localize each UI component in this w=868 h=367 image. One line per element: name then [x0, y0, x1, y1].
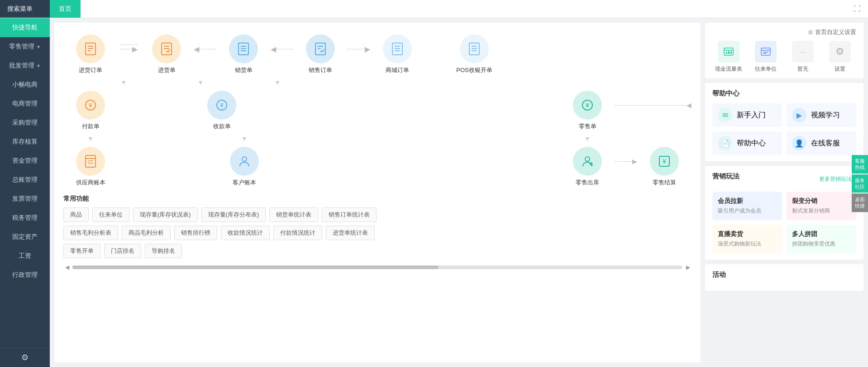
- float-btn-desktop[interactable]: 桌面快捷: [852, 193, 868, 212]
- func-btn-purchase-stats[interactable]: 进货单统计表: [326, 226, 375, 240]
- down-arr-ret: ▼: [560, 135, 615, 142]
- flow-node-mall-order[interactable]: 商城订单: [370, 34, 424, 74]
- func-btn-sales-profit[interactable]: 销售毛利分析表: [63, 226, 118, 240]
- marketing-item-member[interactable]: 会员拉新 吸引用户成为会员: [712, 192, 782, 220]
- retail-out-label: 零售出库: [576, 179, 599, 187]
- help-label: 帮助中心: [737, 139, 766, 148]
- scroll-left-arrow[interactable]: ◀: [63, 264, 71, 271]
- flow-node-payment[interactable]: ¥ 付款单: [63, 91, 118, 130]
- scroll-right-arrow[interactable]: ▶: [684, 264, 692, 271]
- marketing-item-live[interactable]: 直播卖货 场景式购物新玩法: [712, 225, 782, 253]
- shortcut-cashflow[interactable]: 现金流量表: [712, 41, 745, 73]
- service-icon: 👤: [792, 136, 806, 150]
- marketing-item-group[interactable]: 多人拼团 拼团购物享受优惠: [787, 225, 856, 253]
- search-menu-btn[interactable]: 搜索菜单: [0, 0, 50, 18]
- sidebar-item-retail[interactable]: 零售管理 ▼: [0, 37, 50, 56]
- func-btn-stock-status[interactable]: 现存量(库存状况表): [133, 208, 198, 222]
- sidebar-item-invoice[interactable]: 发票管理: [0, 189, 50, 208]
- activity-card: 活动: [705, 264, 863, 291]
- sidebar-item-admin[interactable]: 行政管理: [0, 266, 50, 285]
- sidebar-item-inventory[interactable]: 库存核算: [0, 132, 50, 151]
- purchase-icon: [152, 34, 181, 63]
- sidebar-item-ecom[interactable]: 电商管理: [0, 94, 50, 113]
- settings-shortcut-label: 设置: [835, 65, 845, 73]
- help-title: 帮助中心: [712, 89, 856, 98]
- sales-order-label: 销售订单: [309, 66, 332, 74]
- sidebar-item-xiaochangecom[interactable]: 小畅电商: [0, 75, 50, 94]
- float-btn-service[interactable]: 客服热线: [852, 155, 868, 174]
- flow-node-sales-order[interactable]: 销售订单: [293, 34, 348, 74]
- quick-nav-card: 进货订单 ▶: [54, 23, 701, 362]
- svg-rect-42: [728, 51, 730, 54]
- flow-node-pos[interactable]: POS收银开单: [447, 34, 501, 74]
- help-card: 帮助中心 ✉ 新手入门 ▶ 视频学习 📄 帮助中心 👤: [705, 83, 863, 161]
- func-btn-store-rank[interactable]: 门店排名: [104, 244, 141, 258]
- sidebar-item-wholesale[interactable]: 批发管理 ▼: [0, 56, 50, 75]
- flow-node-receipt[interactable]: ¥ 收款单: [195, 91, 249, 130]
- flow-node-retail-out[interactable]: 零售出库: [560, 147, 615, 187]
- shortcuts-grid: 现金流量表 往来单位: [712, 41, 856, 73]
- help-item-beginner[interactable]: ✉ 新手入门: [712, 103, 782, 127]
- purchase-label: 进货单: [158, 66, 176, 74]
- flow-node-supplier-book[interactable]: 供应商账本: [63, 147, 118, 187]
- sidebar-item-payroll[interactable]: 工资: [0, 246, 50, 266]
- sidebar-item-ledger[interactable]: 总账管理: [0, 170, 50, 189]
- flow-node-purchase[interactable]: 进货单: [139, 34, 194, 74]
- sidebar-item-finance[interactable]: 资金管理: [0, 151, 50, 170]
- video-label: 视频学习: [811, 111, 840, 120]
- sidebar-item-quicknav[interactable]: 快捷导航: [0, 18, 50, 37]
- live-sub: 场景式购物新玩法: [718, 240, 777, 248]
- sidebar-item-purchase[interactable]: 采购管理: [0, 113, 50, 132]
- func-btn-sales-order-stats[interactable]: 销售订单统计表: [322, 208, 377, 222]
- help-item-video[interactable]: ▶ 视频学习: [787, 103, 856, 127]
- func-btn-goods[interactable]: 商品: [63, 208, 89, 222]
- func-btn-sales-stats[interactable]: 销货单统计表: [269, 208, 318, 222]
- shortcut-empty[interactable]: — 暂无: [787, 41, 819, 73]
- float-btn-community[interactable]: 服务社区: [852, 174, 868, 193]
- shortcuts-setting-label[interactable]: 首页自定义设置: [815, 28, 856, 36]
- func-btn-retail-order[interactable]: 零售开单: [63, 244, 100, 258]
- main-layout: 快捷导航 零售管理 ▼ 批发管理 ▼ 小畅电商 电商管理 采购管理 库存核算 资…: [0, 18, 868, 367]
- flow-node-customer-book[interactable]: 客户账本: [217, 147, 272, 187]
- flow-node-retail-settle[interactable]: ¥ 零售结算: [637, 147, 692, 187]
- supplier-book-icon: [76, 147, 105, 176]
- sidebar-item-tax[interactable]: 税务管理: [0, 208, 50, 227]
- sidebar-item-inventory-label: 库存核算: [12, 138, 38, 146]
- member-sub: 吸引用户成为会员: [718, 207, 777, 215]
- shortcut-settings[interactable]: ⚙ 设置: [824, 41, 856, 73]
- func-btn-sales-rank[interactable]: 销售排行榜: [174, 226, 217, 240]
- sidebar-settings-btn[interactable]: ⚙: [0, 348, 50, 367]
- func-btn-partner[interactable]: 往来单位: [92, 208, 129, 222]
- flow-node-purchase-order[interactable]: 进货订单: [63, 34, 118, 74]
- func-btn-goods-profit[interactable]: 商品毛利分析: [122, 226, 171, 240]
- home-tab[interactable]: 首页: [50, 0, 81, 18]
- marketing-more-btn[interactable]: 更多营销玩法 >: [819, 175, 856, 183]
- sidebar-item-ecom-label: 电商管理: [12, 100, 38, 108]
- customer-book-label: 客户账本: [233, 179, 256, 187]
- pos-icon: [460, 34, 489, 63]
- shortcut-partner[interactable]: 往来单位: [749, 41, 782, 73]
- fullscreen-button[interactable]: ⛶: [852, 4, 863, 14]
- sidebar-item-admin-label: 行政管理: [12, 271, 38, 279]
- sidebar-item-assets[interactable]: 固定资产: [0, 227, 50, 246]
- col-purchase-down: ▼: [63, 79, 140, 86]
- scroll-track[interactable]: [72, 266, 682, 269]
- common-funcs-title: 常用功能: [63, 195, 692, 203]
- help-item-service[interactable]: 👤 在线客服: [787, 131, 856, 155]
- settings-shortcut-icon: ⚙: [829, 41, 851, 63]
- func-btn-guide-rank[interactable]: 导购排名: [145, 244, 182, 258]
- spacer-da2: [272, 135, 560, 142]
- sidebar-item-finance-label: 资金管理: [12, 157, 38, 165]
- flow-node-retail[interactable]: ¥ 零售单: [560, 91, 615, 130]
- down-arrows-row3: ▼ ▼ ▼: [63, 135, 692, 142]
- top-bar: 搜索菜单 首页 ⛶: [0, 0, 868, 18]
- flow-node-sales[interactable]: 销货单: [216, 34, 271, 74]
- shortcuts-header: ⚙ 首页自定义设置: [712, 28, 856, 36]
- func-btn-stock-dist[interactable]: 现存量(库存分布表): [201, 208, 266, 222]
- func-btn-receipt-stats[interactable]: 收款情况统计: [221, 226, 270, 240]
- arrow-4: ▶: [348, 45, 370, 53]
- marketing-item-fission[interactable]: 裂变分销 裂式发展分销商: [787, 192, 856, 220]
- func-btn-payment-stats[interactable]: 付款情况统计: [273, 226, 322, 240]
- func-row-3: 零售开单 门店排名 导购排名: [63, 244, 692, 258]
- help-item-help[interactable]: 📄 帮助中心: [712, 131, 782, 155]
